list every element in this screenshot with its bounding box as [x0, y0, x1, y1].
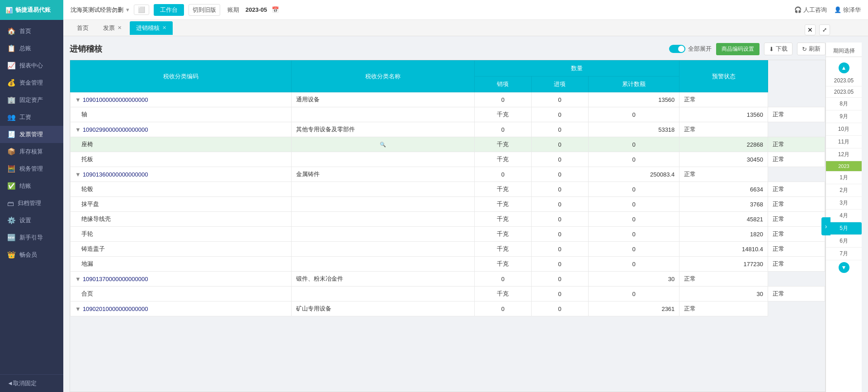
cell-total: 13560	[679, 107, 768, 122]
scroll-up-button[interactable]: ▲	[839, 62, 849, 73]
table-row[interactable]: 手轮 千克 0 0 1820 正常	[71, 227, 825, 242]
scroll-down-button[interactable]: ▼	[839, 262, 849, 273]
member-icon: 👑	[7, 251, 16, 259]
sidebar-item-assets[interactable]: 🏢 固定资产	[0, 91, 63, 109]
cell-purchase-in: 0	[588, 242, 679, 257]
company-selector[interactable]: 沈海英测试经营勿删 ▾	[71, 6, 129, 14]
toggle-track[interactable]	[669, 45, 685, 53]
table-row[interactable]: ▼10902010000000000000 矿山专用设备 0 0 2361 正常	[71, 301, 825, 316]
period-year-item-2[interactable]: 2023.05	[826, 86, 862, 98]
table-row[interactable]: 座椅 🔍 千克 0 0 22868 正常	[71, 137, 825, 152]
support-label[interactable]: 🎧 人工咨询	[794, 6, 827, 14]
cell-total: 177230	[679, 257, 768, 272]
close-invoice-tab-icon[interactable]: ✕	[118, 25, 122, 31]
period-month-2[interactable]: 2月	[826, 184, 862, 197]
cell-sales-out: 0	[531, 182, 588, 197]
collapse-icon[interactable]: ▼	[75, 171, 81, 178]
sidebar-item-member[interactable]: 👑 畅会员	[0, 246, 63, 263]
sidebar-item-label: 首页	[19, 27, 31, 35]
user-icon: 👤	[834, 6, 841, 13]
tab-reconcile[interactable]: 进销稽核 ✕	[130, 21, 173, 35]
collapse-icon[interactable]: ▼	[75, 306, 81, 312]
panel-close-button[interactable]: ✕	[805, 24, 816, 35]
sidebar-item-funds[interactable]: 💰 资金管理	[0, 74, 63, 91]
period-year-item-1[interactable]: 2023.05	[826, 75, 862, 86]
cell-unit: 千克	[474, 197, 531, 212]
table-row[interactable]: ▼10901000000000000000 通用设备 0 0 13560 正常	[71, 92, 825, 107]
period-month-12[interactable]: 12月	[826, 148, 862, 161]
table-row[interactable]: 轴 千克 0 0 13560 正常	[71, 107, 825, 122]
sidebar: 📊 畅捷通易代账 🏠 首页 📋 总账 📈 报表中心 💰 资金管理 🏢 固定资产 …	[0, 0, 63, 392]
period-year-2023[interactable]: 2023	[826, 161, 862, 172]
period-month-4[interactable]: 4月	[826, 210, 862, 222]
table-row[interactable]: 地漏 千克 0 0 177230 正常	[71, 257, 825, 272]
sidebar-item-invoice[interactable]: 🧾 发票管理	[0, 126, 63, 143]
cell-search-icon[interactable]: 🔍	[292, 137, 475, 152]
sidebar-item-label: 发票管理	[19, 130, 43, 139]
period-month-6[interactable]: 6月	[826, 235, 862, 248]
sidebar-item-settle[interactable]: ✅ 结账	[0, 177, 63, 195]
sidebar-item-tax[interactable]: 🧮 税务管理	[0, 160, 63, 177]
cell-empty	[292, 197, 475, 212]
cell-name: 托板	[71, 152, 292, 167]
table-row[interactable]: ▼10901370000000000000 锻件、粉末冶金件 0 0 30 正常	[71, 272, 825, 287]
switch-version-button[interactable]: 切到旧版	[189, 4, 220, 16]
cell-warning: 正常	[768, 182, 825, 197]
close-reconcile-tab-icon[interactable]: ✕	[162, 25, 166, 31]
right-period-panel: › 期间选择 ▲ 2023.05 2023.05 8月 9月 10月 11月 1…	[826, 43, 862, 392]
cell-sales-out: 0	[531, 152, 588, 167]
period-month-10[interactable]: 10月	[826, 123, 862, 136]
cell-sales-out: 0	[531, 257, 588, 272]
cell-name: 其他专用设备及零部件	[292, 122, 475, 137]
period-month-9[interactable]: 9月	[826, 110, 862, 123]
table-row[interactable]: 托板 千克 0 0 30450 正常	[71, 152, 825, 167]
data-table: 税收分类编码 税收分类名称 数量 预警状态 销项 进项 累计数额	[70, 60, 825, 316]
table-row[interactable]: 绝缘导线壳 千克 0 0 45821 正常	[71, 212, 825, 227]
table-row[interactable]: 轮毂 千克 0 0 6634 正常	[71, 182, 825, 197]
sidebar-item-archive[interactable]: 🗃 归档管理	[0, 195, 63, 212]
table-row[interactable]: 抹平盘 千克 0 0 3768 正常	[71, 197, 825, 212]
period-month-7[interactable]: 7月	[826, 248, 862, 260]
col-header-name: 税收分类名称	[292, 61, 475, 92]
sidebar-item-inventory[interactable]: 📦 库存核算	[0, 143, 63, 160]
cell-unit: 千克	[474, 182, 531, 197]
period-month-11[interactable]: 11月	[826, 136, 862, 148]
period-month-8[interactable]: 8月	[826, 98, 862, 110]
tab-home[interactable]: 首页	[71, 21, 95, 35]
panel-collapse-arrow[interactable]: ›	[821, 217, 830, 235]
sidebar-item-home[interactable]: 🏠 首页	[0, 23, 63, 40]
save-draft-button[interactable]: ⬜	[134, 5, 149, 15]
collapse-icon[interactable]: ▼	[75, 126, 81, 133]
panel-expand-button[interactable]: ⤢	[819, 24, 830, 35]
refresh-button[interactable]: ↻ 刷新	[797, 43, 826, 55]
table-row[interactable]: ▼10901360000000000000 金属铸件 0 0 250083.4 …	[71, 167, 825, 182]
product-code-button[interactable]: 商品编码设置	[716, 43, 760, 55]
table-row[interactable]: 铸造盖子 千克 0 0 14810.4 正常	[71, 242, 825, 257]
sidebar-item-guide[interactable]: 🆕 新手引导	[0, 229, 63, 246]
period-month-5[interactable]: 5月	[826, 222, 862, 235]
tab-invoice[interactable]: 发票 ✕	[97, 21, 128, 35]
funds-icon: 💰	[7, 79, 16, 87]
assets-icon: 🏢	[7, 96, 16, 104]
cell-purchase-in: 0	[588, 137, 679, 152]
collapse-icon[interactable]: ▼	[75, 96, 81, 103]
workspace-button[interactable]: 工作台	[154, 4, 184, 16]
expand-toggle[interactable]: 全部展开	[669, 45, 712, 53]
download-button[interactable]: ⬇ 下载	[764, 43, 793, 55]
cell-unit: 千克	[474, 287, 531, 301]
period-month-1[interactable]: 1月	[826, 172, 862, 184]
sidebar-item-ledger[interactable]: 📋 总账	[0, 40, 63, 57]
period-month-3[interactable]: 3月	[826, 197, 862, 210]
sidebar-item-reports[interactable]: 📈 报表中心	[0, 57, 63, 74]
table-row[interactable]: ▼10902990000000000000 其他专用设备及零部件 0 0 533…	[71, 122, 825, 137]
sidebar-item-settings[interactable]: ⚙️ 设置	[0, 212, 63, 229]
sidebar-item-payroll[interactable]: 👥 工资	[0, 109, 63, 126]
cell-empty	[292, 227, 475, 242]
collapse-icon[interactable]: ▼	[75, 276, 81, 282]
save-draft-icon: ⬜	[138, 6, 145, 13]
calendar-icon[interactable]: 📅	[272, 6, 279, 13]
table-row[interactable]: 合页 千克 0 0 30 正常	[71, 287, 825, 301]
sidebar-footer-unpin[interactable]: ◄取消固定	[0, 374, 63, 392]
user-profile[interactable]: 👤 徐泽华	[834, 6, 861, 14]
cell-name: 地漏	[71, 257, 292, 272]
